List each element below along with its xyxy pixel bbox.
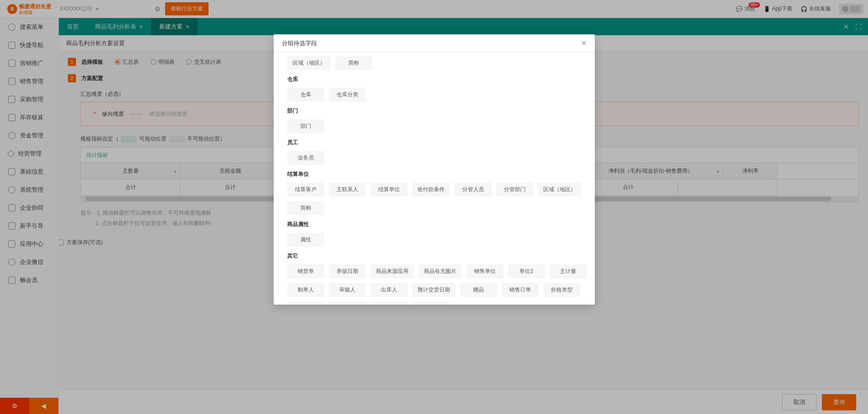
field-pill[interactable]: 商品有无图片	[418, 264, 462, 278]
field-pill[interactable]: 主联系人	[329, 183, 366, 197]
field-pill[interactable]: 销售单位	[466, 264, 503, 278]
field-pill[interactable]: 分管部门	[496, 183, 533, 197]
group-title: 结算单位	[287, 170, 595, 178]
field-pill[interactable]: 赠品	[460, 283, 497, 297]
pill-row: 仓库仓库分类	[287, 88, 595, 102]
field-pill[interactable]: 区域（地区）	[287, 56, 331, 70]
field-pill[interactable]: 来源应用	[287, 301, 324, 305]
group-title: 商品属性	[287, 221, 595, 228]
field-pill[interactable]: 单位2	[508, 264, 545, 278]
field-pill[interactable]: 主计量	[550, 264, 587, 278]
field-pill[interactable]: 价格类型	[543, 283, 580, 297]
field-pill[interactable]: 属性	[287, 233, 324, 247]
top-partial-row2: 区域（地区）简称	[287, 56, 595, 70]
group-title: 部门	[287, 107, 595, 115]
field-pill[interactable]: 项目分类	[370, 301, 408, 305]
pill-row: 业务员	[287, 151, 595, 165]
pill-row: 部门	[287, 119, 595, 133]
field-pill[interactable]: 出库人	[370, 283, 408, 297]
field-pill[interactable]: 结算客户	[287, 183, 324, 197]
field-pill[interactable]: 销售订单	[502, 283, 539, 297]
field-pill[interactable]: 部门	[287, 119, 324, 133]
field-pill[interactable]: 简称	[335, 56, 372, 70]
pill-row: 结算客户主联系人结算单位收付款条件分管人员分管部门区域（地区）简称	[287, 183, 595, 215]
field-pill[interactable]: 分管人员	[455, 183, 492, 197]
modal-body: 省省/分类分管部门分管人员主联系人主联系人销售单位 区域（地区）简称 仓库仓库仓…	[274, 52, 595, 305]
group-title: 其它	[287, 252, 595, 260]
field-select-modal: 分组待选字段 ✕ 省省/分类分管部门分管人员主联系人主联系人销售单位 区域（地区…	[274, 34, 595, 305]
field-pill[interactable]: 仓库分类	[329, 88, 366, 102]
field-pill[interactable]: 简称	[287, 201, 324, 215]
pill-row: 销货单单据日期商品来源应用商品有无图片销售单位单位2主计量制单人审核人出库人预计…	[287, 264, 595, 305]
field-pill[interactable]: 预计交货日期	[412, 283, 455, 297]
field-pill[interactable]: 商品来源应用	[370, 264, 414, 278]
modal-close-icon[interactable]: ✕	[581, 39, 587, 47]
modal-title: 分组待选字段	[282, 39, 317, 47]
group-title: 员工	[287, 139, 595, 146]
field-pill[interactable]: 收付款条件	[412, 183, 450, 197]
field-pill[interactable]: 批号	[412, 301, 449, 305]
top-partial-row: 省省/分类分管部门分管人员主联系人主联系人销售单位	[287, 52, 595, 54]
group-title: 仓库	[287, 75, 595, 83]
field-pill[interactable]: 项目	[329, 301, 366, 305]
field-pill[interactable]: 审核人	[329, 283, 366, 297]
field-pill[interactable]: 单据日期	[329, 264, 366, 278]
field-pill[interactable]: 业务员	[287, 151, 324, 165]
field-pill[interactable]: 结算单位	[370, 183, 408, 197]
field-pill[interactable]: 制单人	[287, 283, 324, 297]
field-pill[interactable]: 仓库	[287, 88, 324, 102]
pill-row: 属性	[287, 233, 595, 247]
field-pill[interactable]: 区域（地区）	[538, 183, 581, 197]
field-pill[interactable]: 销货单	[287, 264, 324, 278]
modal-header: 分组待选字段 ✕	[274, 34, 595, 52]
